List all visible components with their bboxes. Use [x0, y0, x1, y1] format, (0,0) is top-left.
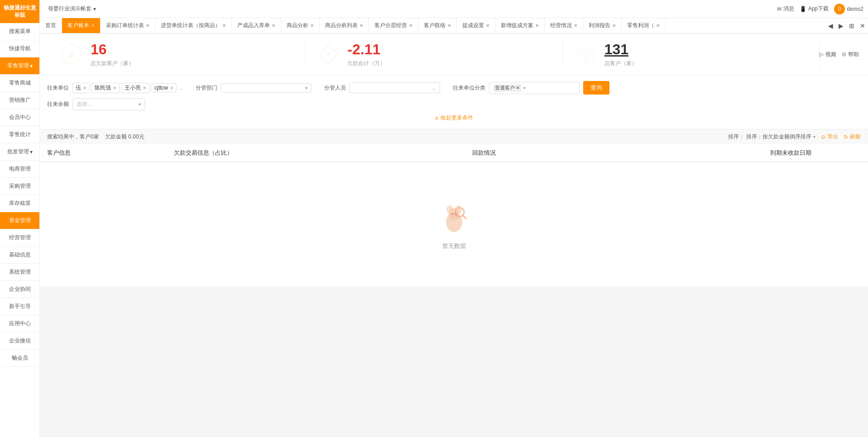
classify-tag-normal: 普通客户 ✕	[493, 84, 522, 92]
sidebar-item-enterprise-wechat[interactable]: 企业微信	[0, 332, 39, 350]
remove-tag-chen[interactable]: ✕	[113, 86, 116, 90]
sidebar-logo: 畅捷通好生意 标版	[0, 0, 39, 23]
remove-tag-cjttcw[interactable]: ✕	[170, 86, 173, 90]
svg-rect-9	[588, 52, 590, 54]
filter-tag-cjttcw[interactable]: cjttcw ✕	[151, 83, 177, 92]
filter-tag-wang[interactable]: 王小亮 ✕	[121, 83, 149, 93]
tab-label: 新增提成方案	[501, 22, 533, 29]
page-content: ¥ 16 总欠款客户（家） ✦ -2.11 欠款合计（万）	[40, 33, 868, 437]
tab-label-customer-book: 客户账本	[67, 22, 89, 29]
app-download-button[interactable]: 📱 App下载	[800, 5, 829, 13]
industry-selector[interactable]: 母婴行业演示帐套 ▾	[44, 5, 100, 13]
tab-close-icon[interactable]: ✕	[360, 23, 363, 28]
tab-goods-analysis-list[interactable]: 商品分析列表 ✕	[320, 18, 369, 33]
tab-label: 客户联络	[424, 22, 446, 29]
tab-close-icon[interactable]: ✕	[574, 23, 577, 28]
unit-classify-label: 往来单位分类	[453, 84, 485, 92]
sort-label: 排序：	[728, 133, 744, 141]
unit-classify-select[interactable]: 普通客户 ✕ ▾	[489, 82, 580, 94]
remove-classify-normal[interactable]: ✕	[516, 85, 520, 91]
tab-customer-tier[interactable]: 客户分层经营 ✕	[369, 18, 418, 33]
sidebar-item-app-center[interactable]: 应用中心	[0, 315, 39, 332]
sort-select[interactable]: 排序： 排序：按欠款金额倒序排序 ▾	[728, 133, 815, 141]
sidebar-item-inventory[interactable]: 库存核算	[0, 195, 39, 212]
remove-tag-wang[interactable]: ✕	[143, 86, 146, 90]
table-container: 客户信息 欠款交易信息（占比） 回款情况 到期未收款日期	[40, 144, 868, 286]
tab-operations-status[interactable]: 经营情况 ✕	[545, 18, 583, 33]
tab-close-icon[interactable]: ✕	[535, 23, 539, 28]
filter-tag-wu[interactable]: 伍 ✕	[72, 83, 90, 93]
tab-close-icon[interactable]: ✕	[222, 23, 226, 28]
tab-close-icon[interactable]: ✕	[310, 23, 314, 28]
refresh-button[interactable]: ↻ 刷新	[844, 133, 861, 141]
branch-dept-select[interactable]: ▾	[221, 83, 312, 93]
sidebar-item-basic-info[interactable]: 基础信息	[0, 247, 39, 264]
sidebar-item-quick-nav[interactable]: 快捷导航	[0, 40, 39, 57]
tab-customer-book[interactable]: 客户账本 ✕	[62, 18, 101, 33]
sidebar-item-ecommerce[interactable]: 电商管理	[0, 161, 39, 178]
tab-close-customer-book[interactable]: ✕	[91, 23, 95, 28]
sidebar-item-enterprise[interactable]: 企业协同	[0, 281, 39, 298]
chevron-down-icon: ▾	[93, 6, 96, 12]
sidebar: 畅捷通好生意 标版 搜索菜单 快捷导航 零售管理▾ 零售商城 营销推广 会员中心…	[0, 0, 40, 437]
tab-raise-settings[interactable]: 提成设置 ✕	[457, 18, 495, 33]
collapse-button[interactable]: ∧ 收起更多条件	[47, 114, 861, 122]
sidebar-item-wholesale-manage[interactable]: 批发管理▾	[0, 143, 39, 161]
export-button[interactable]: ⊙ 导出	[821, 133, 838, 141]
tab-close-icon[interactable]: ✕	[146, 23, 149, 28]
tab-close-icon[interactable]: ✕	[612, 23, 616, 28]
message-button[interactable]: ✉ 消息	[777, 5, 794, 13]
help-label: 帮助	[848, 51, 859, 58]
sidebar-item-finance[interactable]: 资金管理	[0, 212, 39, 229]
video-button[interactable]: ▷ 视频	[820, 51, 836, 58]
tabs-prev-button[interactable]: ◀	[825, 20, 836, 31]
sidebar-item-marketing[interactable]: 营销推广	[0, 92, 39, 109]
tab-goods-analysis[interactable]: 商品分析 ✕	[281, 18, 320, 33]
result-info-bar: 搜索结果中，客户0家 欠款金额 0.00元 排序： 排序：按欠款金额倒序排序 ▾…	[40, 129, 868, 144]
tab-new-raise-plan[interactable]: 新增提成方案 ✕	[495, 18, 545, 33]
balance-placeholder: 选择...	[77, 100, 137, 108]
tab-home[interactable]: 首页	[40, 18, 62, 33]
sidebar-item-retail-manage[interactable]: 零售管理▾	[0, 57, 39, 75]
tab-label: 利润报告	[589, 22, 610, 29]
remove-tag-wu[interactable]: ✕	[83, 86, 86, 90]
tab-stock-in-stats[interactable]: 进货单统计表（按商品） ✕	[155, 18, 232, 33]
branch-person-select[interactable]: ...	[350, 82, 440, 93]
tab-close-icon[interactable]: ✕	[447, 23, 451, 28]
tab-purchase-order-stats[interactable]: 采购订单统计表 ✕	[101, 18, 155, 33]
query-button[interactable]: 查询	[583, 81, 609, 95]
tab-produce-in[interactable]: 产成品入库单 ✕	[232, 18, 281, 33]
balance-select[interactable]: 选择... ▾	[72, 98, 145, 110]
sidebar-item-vip-member[interactable]: 畅会员	[0, 350, 39, 367]
tabs-next-button[interactable]: ▶	[836, 20, 846, 31]
sidebar-search[interactable]: 搜索菜单	[0, 23, 39, 40]
balance-label: 往来余额	[47, 100, 69, 108]
sidebar-item-new-guide[interactable]: 新手引导	[0, 298, 39, 315]
branch-person-more[interactable]: ...	[432, 85, 436, 91]
refresh-icon: ↻	[844, 134, 848, 140]
tab-profit-report[interactable]: 利润报告 ✕	[583, 18, 622, 33]
svg-point-17	[456, 205, 462, 214]
user-avatar-area[interactable]: D demo2	[834, 4, 863, 14]
filter-more-button[interactable]: ...	[178, 85, 183, 91]
tab-customer-contact[interactable]: 客户联络 ✕	[418, 18, 457, 33]
tabs-close-all-button[interactable]: ✕	[857, 20, 868, 31]
filter-tag-chen[interactable]: 陈民强 ✕	[91, 83, 120, 93]
sidebar-item-operations[interactable]: 经营管理	[0, 229, 39, 247]
tabs-controls: ◀ ▶ ⊞ ✕	[825, 20, 868, 31]
tab-close-icon[interactable]: ✕	[486, 23, 489, 28]
tab-retail-profit[interactable]: 零售利润（ ✕	[622, 18, 666, 33]
svg-rect-10	[588, 56, 590, 58]
tab-close-icon[interactable]: ✕	[272, 23, 275, 28]
help-button[interactable]: ⊙ 帮助	[842, 51, 859, 58]
sidebar-item-retail-mall[interactable]: 零售商城	[0, 75, 39, 92]
sidebar-item-retail-stats[interactable]: 零售统计	[0, 126, 39, 143]
tab-close-icon[interactable]: ✕	[409, 23, 412, 28]
filter-row-1: 往来单位 伍 ✕ 陈民强 ✕ 王小亮 ✕ cjttcw	[47, 81, 861, 95]
sidebar-item-member-center[interactable]: 会员中心	[0, 109, 39, 126]
export-label: 导出	[827, 133, 838, 141]
sidebar-item-system[interactable]: 系统管理	[0, 264, 39, 281]
sidebar-item-purchase-manage[interactable]: 采购管理	[0, 178, 39, 195]
tabs-expand-button[interactable]: ⊞	[846, 20, 857, 31]
tab-close-icon[interactable]: ✕	[656, 23, 660, 28]
